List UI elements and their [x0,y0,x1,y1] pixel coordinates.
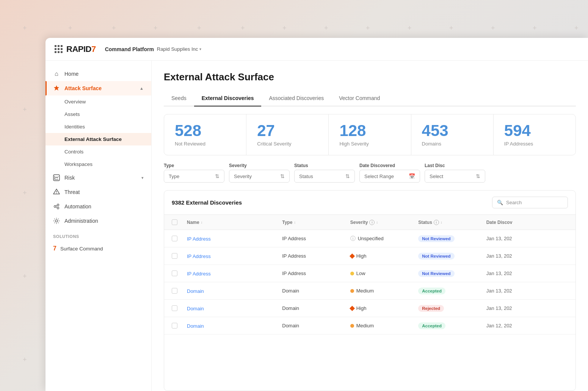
severity-dot-icon [350,289,354,293]
sidebar-item-workspaces[interactable]: Workspaces [45,158,151,170]
svg-point-6 [54,206,56,208]
sidebar-item-external-attack-surface[interactable]: External Attack Surface [45,133,151,145]
row-checkbox[interactable] [172,253,177,259]
filter-group-type: Type Type ⇅ [164,163,224,183]
sidebar-item-surface-command[interactable]: 7 Surface Command [45,242,151,255]
severity-unspecified: ⓘ Unspecified [350,235,418,242]
search-placeholder: Search [506,200,522,205]
row-type: Domain [282,288,350,294]
col-header-status[interactable]: Status i ↕ [418,220,486,225]
sidebar-item-overview[interactable]: Overview [45,95,151,108]
home-icon: ⌂ [53,70,60,77]
surface-command-label: Surface Command [60,246,103,252]
rapid7-mini-icon: 7 [53,245,56,252]
col-header-name[interactable]: Name ↕ [187,220,282,225]
search-box[interactable]: 🔍 Search [492,197,568,208]
severity-badge: Medium [350,288,418,294]
row-checkbox-wrap [172,288,187,294]
tab-associated-discoveries[interactable]: Associated Discoveries [261,91,331,106]
table-header-row: 9382 External Discoveries 🔍 Search [164,191,575,215]
table-row[interactable]: Domain Domain Medium Accepted Jan 13, 20… [164,282,575,300]
type-sort-arrow: ↕ [294,221,296,224]
table-row[interactable]: Domain Domain High Rejected Jan 13, 202 [164,300,575,317]
sidebar-item-administration[interactable]: Administration [45,214,151,228]
table-row[interactable]: IP Address IP Address Low Not Reviewed J… [164,265,575,282]
table-count: 9382 External Discoveries [172,199,242,206]
stat-ip-label: IP Addresses [504,141,565,147]
page-title: External Attack Surface [164,71,576,83]
stat-critical-number: 27 [257,123,318,139]
filter-label-severity: Severity [229,163,290,168]
col-header-type[interactable]: Type ↕ [282,220,350,225]
filter-date-select[interactable]: Select Range 📅 [359,170,420,183]
tab-vector-command[interactable]: Vector Command [331,91,387,106]
filter-label-last-disc: Last Disc [425,163,485,168]
table-row[interactable]: IP Address IP Address High Not Reviewed … [164,247,575,265]
select-all-checkbox[interactable] [172,219,177,225]
row-name-link[interactable]: IP Address [187,253,211,259]
org-selector[interactable]: Rapid Supplies Inc ▾ [154,45,204,53]
threat-icon [53,189,60,196]
filter-status-select[interactable]: Status ⇅ [294,170,355,183]
search-icon: 🔍 [497,200,503,205]
sidebar-item-identities[interactable]: Identities [45,120,151,133]
row-severity: Low [350,271,418,276]
sidebar-item-home[interactable]: ⌂ Home [45,67,151,81]
row-checkbox[interactable] [172,236,177,241]
row-name-link[interactable]: Domain [187,288,204,294]
severity-dot-icon [350,324,354,328]
solutions-label: Solutions [45,228,151,242]
filter-label-date-discovered: Date Discovered [359,163,420,168]
status-info-icon: i [434,220,439,225]
tab-seeds[interactable]: Seeds [164,91,194,106]
unspecified-icon: ⓘ [350,235,356,242]
status-badge: Not Reviewed [418,235,454,242]
col-header-severity[interactable]: Severity i ↕ [350,220,418,225]
sidebar-label-home: Home [64,71,78,77]
filter-last-disc-select[interactable]: Select ⇅ [425,170,485,183]
row-name: IP Address [187,270,282,277]
status-badge: Rejected [418,305,444,312]
filter-type-select[interactable]: Type ⇅ [164,170,224,183]
status-select-icon: ⇅ [345,173,350,179]
row-date: Jan 13, 202 [486,253,568,259]
row-status: Not Reviewed [418,270,486,277]
severity-badge: Low [350,271,418,276]
row-type: IP Address [282,271,350,276]
table-row[interactable]: IP Address IP Address ⓘ Unspecified Not … [164,230,575,247]
sidebar-item-assets[interactable]: Assets [45,108,151,120]
stat-domains-label: Domains [422,141,483,147]
row-date: Jan 12, 202 [486,323,568,328]
row-name-link[interactable]: IP Address [187,236,211,242]
row-checkbox[interactable] [172,305,177,311]
sidebar-label-attack-surface: Attack Surface [64,85,102,91]
filter-severity-select[interactable]: Severity ⇅ [229,170,290,183]
row-name: Domain [187,288,282,294]
tab-external-discoveries[interactable]: External Discoveries [194,91,262,106]
filter-group-status: Status Status ⇅ [294,163,355,183]
status-badge: Not Reviewed [418,253,454,260]
sidebar-label-risk: Risk [64,175,75,181]
svg-point-7 [57,204,59,206]
row-name: Domain [187,322,282,329]
table-section: 9382 External Discoveries 🔍 Search Name … [164,190,576,391]
row-name-link[interactable]: Domain [187,323,204,329]
row-type: Domain [282,323,350,328]
table-row[interactable]: Domain Domain Medium Accepted Jan 12, 20… [164,317,575,335]
row-checkbox[interactable] [172,323,177,328]
row-checkbox[interactable] [172,288,177,294]
sidebar-item-automation[interactable]: Automation [45,199,151,214]
row-name-link[interactable]: IP Address [187,271,211,277]
risk-expand-icon: ▾ [141,175,144,180]
sidebar-item-attack-surface[interactable]: Attack Surface ▲ [45,81,151,95]
sidebar-item-risk[interactable]: Risk ▾ [45,170,151,185]
row-type: IP Address [282,236,350,241]
stat-not-reviewed-number: 528 [175,123,235,139]
sidebar-item-threat[interactable]: Threat [45,185,151,199]
severity-badge: Medium [350,323,418,328]
grid-menu-icon[interactable] [55,45,63,53]
sidebar-item-controls[interactable]: Controls [45,145,151,158]
row-name-link[interactable]: Domain [187,306,204,311]
col-header-date[interactable]: Date Discov [486,220,568,225]
row-checkbox[interactable] [172,271,177,276]
